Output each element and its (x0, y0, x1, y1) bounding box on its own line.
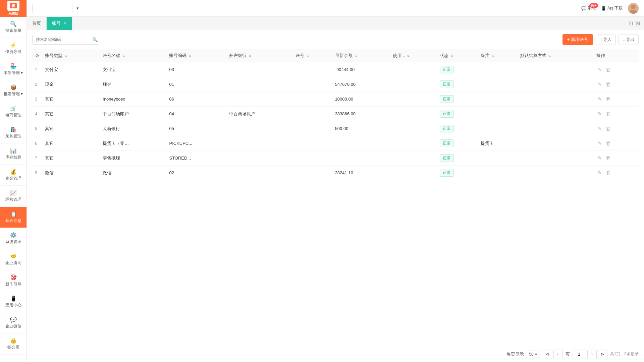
cell-account-1 (293, 77, 332, 92)
edit-button-6[interactable]: ✎ (596, 155, 603, 162)
cell-remark-7 (478, 166, 517, 180)
cell-num-3: 4 (32, 107, 42, 121)
page-number-input[interactable] (573, 350, 586, 359)
col-code[interactable]: 账号编码 ⇅ (166, 49, 226, 62)
sort-account-icon: ⇅ (306, 54, 309, 58)
cell-bank-4 (226, 121, 293, 136)
col-status[interactable]: 状态 ⇅ (437, 49, 478, 62)
table-row: 6 其它 提货卡（零… PICKUPC... 正常 提货卡 ✎ 🗑 (32, 136, 639, 151)
delete-button-4[interactable]: 🗑 (604, 125, 612, 132)
delete-button-1[interactable]: 🗑 (604, 81, 612, 88)
first-page-button[interactable]: ⊲ (543, 350, 552, 359)
delete-button-5[interactable]: 🗑 (604, 140, 612, 147)
sidebar-item-10[interactable]: ⚙️系统管理 (0, 228, 26, 249)
tab-account[interactable]: 账号 ✕ (47, 17, 72, 30)
last-page-button[interactable]: ⊳ (598, 350, 607, 359)
table-row: 8 微信 微信 02 28241.10 正常 ✎ 🗑 (32, 166, 639, 180)
col-account[interactable]: 账号 ⇅ (293, 49, 332, 62)
user-avatar[interactable] (628, 3, 639, 14)
search-input[interactable] (33, 35, 90, 44)
col-action: 操作 (594, 49, 639, 62)
sidebar-item-11[interactable]: 🤝企业协同 (0, 249, 26, 270)
cell-code-7: 02 (166, 166, 226, 180)
cell-status-7: 正常 (437, 166, 478, 180)
sidebar-item-6[interactable]: 📊库存核算 (0, 143, 26, 165)
col-remark[interactable]: 备注 ⇅ (478, 49, 517, 62)
sidebar-item-13[interactable]: 📱应用中心 (0, 291, 26, 312)
sidebar-label-7: 资金管理 (1, 176, 25, 181)
status-badge-2: 正常 (440, 95, 454, 103)
sort-status-icon: ⇅ (450, 54, 453, 58)
delete-button-7[interactable]: 🗑 (604, 169, 612, 176)
sidebar-icon-7: 💰 (1, 169, 25, 175)
header-dropdown[interactable]: ▾ (76, 6, 79, 11)
next-page-button[interactable]: › (587, 350, 597, 359)
cell-type-1: 现金 (42, 77, 100, 92)
sidebar-item-7[interactable]: 💰资金管理 (0, 165, 26, 186)
cell-usage-0 (390, 62, 437, 77)
cell-remark-2 (478, 92, 517, 107)
messages-button[interactable]: 💬 消息 99+ (581, 5, 596, 11)
edit-button-7[interactable]: ✎ (596, 169, 603, 177)
sidebar-item-5[interactable]: 🛍️采购管理 (0, 122, 26, 143)
cell-num-5: 6 (32, 136, 42, 151)
delete-button-2[interactable]: 🗑 (604, 96, 612, 103)
col-settings[interactable]: ⚙ (32, 49, 42, 62)
sidebar-item-14[interactable]: 💬企业微信 (0, 312, 26, 334)
delete-button-6[interactable]: 🗑 (604, 155, 612, 162)
edit-button-1[interactable]: ✎ (596, 81, 603, 88)
cell-account-5 (293, 136, 332, 151)
tab-account-close-icon[interactable]: ✕ (63, 21, 67, 26)
logo-icon: 畅 (7, 1, 19, 11)
sidebar-label-3: 批发管理 ▾ (1, 91, 25, 97)
prev-page-button[interactable]: ‹ (553, 350, 563, 359)
edit-button-4[interactable]: ✎ (596, 125, 603, 132)
cell-bank-5 (226, 136, 293, 151)
sidebar-item-2[interactable]: 🏪零售管理 ▾ (0, 59, 26, 80)
footer: 每页显示 50 ▾ ⊲ ‹ 页 › ⊳ 共1页，8条记录 (27, 346, 644, 362)
sidebar-item-12[interactable]: 🎯新手引导 (0, 270, 26, 291)
delete-button-3[interactable]: 🗑 (604, 110, 612, 117)
app-download-button[interactable]: 📱 App下载 (601, 5, 623, 11)
sidebar-icon-2: 🏪 (1, 63, 25, 69)
cell-settlement-6 (518, 151, 594, 166)
top-search-input[interactable] (32, 4, 72, 13)
sidebar-item-1[interactable]: ⚡快捷导航 (0, 38, 26, 59)
col-bank[interactable]: 开户银行 ⇅ (226, 49, 293, 62)
minimize-icon[interactable]: ⊡ (629, 20, 633, 26)
sidebar-item-0[interactable]: 🔍搜索菜单 (0, 17, 26, 38)
cell-settlement-0 (518, 62, 594, 77)
cell-usage-4 (390, 121, 437, 136)
col-usage[interactable]: 使用... ⇅ (390, 49, 437, 62)
edit-button-3[interactable]: ✎ (596, 110, 603, 118)
col-name[interactable]: 账号名称 ⇅ (100, 49, 166, 62)
per-page-dropdown[interactable]: 50 ▾ (526, 351, 540, 358)
col-balance[interactable]: 最新余额 ⇅ (332, 49, 390, 62)
edit-button-0[interactable]: ✎ (596, 66, 603, 73)
sidebar-item-9[interactable]: 📋基础信息 (0, 207, 26, 228)
col-settlement[interactable]: 默认结算方式 ⇅ (518, 49, 594, 62)
cell-action-6: ✎ 🗑 (594, 151, 639, 166)
edit-button-5[interactable]: ✎ (596, 140, 603, 147)
sort-balance-icon: ⇅ (354, 54, 357, 58)
import-button[interactable]: ↑ 导入 (596, 35, 616, 45)
sidebar-item-15[interactable]: 👑畅会员 (0, 334, 26, 355)
cell-num-6: 7 (32, 151, 42, 166)
sidebar-item-4[interactable]: 🛒电商管理 (0, 101, 26, 122)
edit-button-2[interactable]: ✎ (596, 96, 603, 103)
sidebar-item-3[interactable]: 📦批发管理 ▾ (0, 80, 26, 101)
sidebar-icon-9: 📋 (1, 211, 25, 217)
tab-home[interactable]: 首页 (27, 17, 47, 30)
page-label: 页 (566, 351, 570, 357)
cell-status-0: 正常 (437, 62, 478, 77)
col-type[interactable]: 账号类型 ⇅ (42, 49, 100, 62)
table-row: 3 其它 moneybosx 06 10000.00 正常 ✎ 🗑 (32, 92, 639, 107)
search-button[interactable]: 🔍 (90, 35, 99, 44)
export-button[interactable]: ↓ 导出 (619, 35, 639, 45)
sidebar-item-8[interactable]: 📈经营管理 (0, 186, 26, 207)
delete-button-0[interactable]: 🗑 (604, 66, 612, 73)
expand-icon[interactable]: ⊠ (636, 20, 640, 26)
cell-type-3: 其它 (42, 107, 100, 121)
add-account-button[interactable]: + 新增账号 (562, 34, 593, 45)
cell-balance-7: 28241.10 (332, 166, 390, 180)
